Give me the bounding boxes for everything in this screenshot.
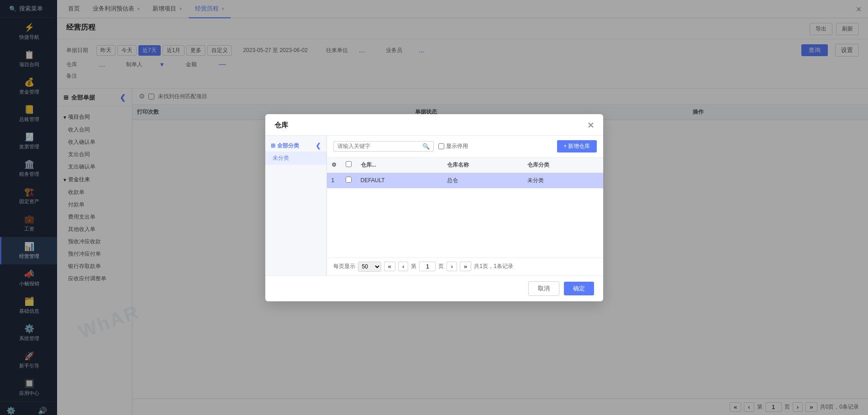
modal-page-input[interactable] bbox=[419, 262, 436, 271]
row-code: DEFAULT bbox=[356, 173, 442, 188]
modal-first-btn[interactable]: « bbox=[384, 262, 395, 271]
modal-total-info: 共1页，1条记录 bbox=[474, 263, 513, 270]
modal-footer-buttons: 取消 确定 bbox=[265, 275, 603, 301]
grid-icon-modal: ⊞ bbox=[271, 142, 275, 149]
cancel-button[interactable]: 取消 bbox=[528, 281, 559, 296]
col-name: 仓库名称 bbox=[442, 158, 523, 173]
show-disabled-checkbox[interactable] bbox=[438, 143, 444, 149]
modal-right-panel: 🔍 显示停用 + 新增仓库 ⚙ 仓库... 仓库名称 bbox=[327, 136, 603, 275]
modal-per-page-label: 每页显示 bbox=[333, 263, 355, 270]
search-input[interactable] bbox=[337, 143, 422, 149]
modal-body: ⊞ 全部分类 ❮ 未分类 🔍 显示停用 + 新增仓库 bbox=[265, 136, 603, 275]
show-disabled-toggle: 显示停用 bbox=[438, 142, 468, 150]
row-category: 未分类 bbox=[523, 173, 603, 188]
modal-left-header: ⊞ 全部分类 ❮ bbox=[265, 140, 326, 152]
modal-left-panel: ⊞ 全部分类 ❮ 未分类 bbox=[265, 136, 327, 275]
row-index: 1 bbox=[327, 173, 341, 188]
confirm-button[interactable]: 确定 bbox=[564, 282, 594, 295]
modal-table-area: ⚙ 仓库... 仓库名称 仓库分类 1 DEFAULT 总仓 bbox=[327, 158, 603, 257]
modal-next-btn[interactable]: › bbox=[447, 262, 457, 271]
row-checkbox[interactable] bbox=[346, 177, 352, 183]
warehouse-modal: 仓库 ✕ ⊞ 全部分类 ❮ 未分类 🔍 显示停用 + bbox=[265, 114, 603, 301]
search-icon-modal[interactable]: 🔍 bbox=[422, 143, 430, 150]
modal-prev-btn[interactable]: ‹ bbox=[398, 262, 408, 271]
search-box: 🔍 bbox=[333, 141, 434, 152]
modal-select-all[interactable] bbox=[346, 161, 352, 167]
modal-close-icon[interactable]: ✕ bbox=[587, 121, 594, 131]
add-warehouse-button[interactable]: + 新增仓库 bbox=[557, 140, 596, 152]
modal-table-header: ⚙ 仓库... 仓库名称 仓库分类 bbox=[327, 158, 603, 173]
modal-header: 仓库 ✕ bbox=[265, 114, 603, 136]
modal-left-title: 全部分类 bbox=[277, 142, 299, 150]
modal-per-page-select[interactable]: 50 20 100 bbox=[358, 262, 381, 272]
modal-category-unclassified[interactable]: 未分类 bbox=[265, 152, 326, 165]
modal-last-btn[interactable]: » bbox=[460, 262, 471, 271]
modal-page-label-pre: 第 bbox=[411, 263, 416, 270]
col-gear: ⚙ bbox=[327, 158, 341, 173]
modal-pagination: 每页显示 50 20 100 « ‹ 第 页 › » 共1页，1条记录 bbox=[327, 257, 603, 275]
row-name: 总仓 bbox=[442, 173, 523, 188]
collapse-btn[interactable]: ❮ bbox=[316, 142, 321, 149]
modal-title: 仓库 bbox=[274, 121, 288, 130]
modal-page-label-post: 页 bbox=[438, 263, 444, 270]
table-row[interactable]: 1 DEFAULT 总仓 未分类 bbox=[327, 173, 603, 188]
col-checkbox bbox=[341, 158, 356, 173]
col-code: 仓库... bbox=[356, 158, 442, 173]
modal-table: ⚙ 仓库... 仓库名称 仓库分类 1 DEFAULT 总仓 bbox=[327, 158, 603, 189]
show-disabled-label: 显示停用 bbox=[446, 142, 468, 150]
col-category: 仓库分类 bbox=[523, 158, 603, 173]
modal-toolbar: 🔍 显示停用 + 新增仓库 bbox=[327, 136, 603, 158]
